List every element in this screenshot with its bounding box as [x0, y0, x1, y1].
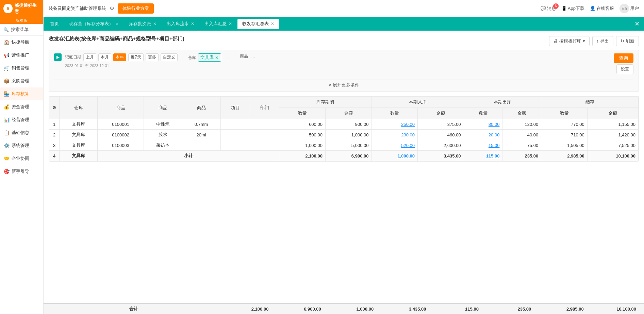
- user-menu[interactable]: Ea 用户: [620, 4, 639, 13]
- sidebar-item-basic[interactable]: 📋 基础信息: [0, 126, 43, 139]
- sidebar-item-label: 资金管理: [12, 104, 29, 110]
- row-balance-amt: 1,155.00: [587, 119, 638, 130]
- tab-stock-dist[interactable]: 现存量（库存分布表） ✕: [64, 19, 123, 29]
- subtotal-out-qty[interactable]: 115.00: [464, 151, 502, 161]
- search-label: 搜索菜单: [11, 27, 29, 33]
- topbar-settings-icon[interactable]: ⚙: [110, 5, 114, 12]
- data-table-container: ⚙ 仓库 商品 商品 商品 项目 部门 库存期初 本期入库 本期出库 结存 数量: [49, 96, 639, 162]
- th-in-qty: 数量: [371, 108, 418, 119]
- table-row: 2 文具库 0100002 胶水 20ml 500.00 1,000.00 23…: [49, 130, 639, 140]
- guide-icon: 🎯: [3, 168, 10, 175]
- tab-home[interactable]: 首页: [45, 19, 64, 29]
- row-balance-qty: 710.00: [541, 130, 588, 140]
- goods-more-dots[interactable]: ...: [250, 54, 257, 59]
- date-btn-this-month[interactable]: 本月: [98, 53, 111, 61]
- sidebar-item-finance[interactable]: 💰 资金管理: [0, 100, 43, 113]
- row-out-amt: 40.00: [502, 130, 541, 140]
- tab-inout-summary[interactable]: 出入库汇总 ✕: [200, 19, 237, 29]
- row-out-qty-link[interactable]: 20.00: [464, 130, 502, 140]
- sidebar-item-purchase[interactable]: 📦 采购管理: [0, 75, 43, 87]
- total-in-amt: 3,435.00: [376, 307, 429, 312]
- operation-icon: 📊: [3, 117, 10, 123]
- sidebar-item-operation[interactable]: 📊 经营管理: [0, 113, 43, 126]
- sidebar-item-guide[interactable]: 🎯 新手引导: [0, 165, 43, 178]
- notification-btn[interactable]: 💬 6 消息: [541, 5, 556, 12]
- filter-collapse-btn[interactable]: ▶: [54, 53, 62, 61]
- close-all-tabs-btn[interactable]: ✕: [632, 20, 642, 28]
- th-opening-amt: 金额: [325, 108, 371, 119]
- row-project: [220, 140, 250, 151]
- total-balance-qty: 2,985.00: [534, 307, 586, 312]
- table-row: 1 文具库 0100001 中性笔 0.7mm 600.00 900.00 25…: [49, 119, 639, 130]
- row-balance-amt: 7,525.00: [587, 140, 638, 151]
- tab-inout-flow[interactable]: 出入库流水 ✕: [162, 19, 199, 29]
- subtotal-opening-amt: 6,900.00: [325, 151, 371, 161]
- tab-close-icon[interactable]: ✕: [191, 21, 194, 26]
- row-in-qty-link[interactable]: 250.00: [371, 119, 418, 130]
- tab-close-icon[interactable]: ✕: [229, 21, 232, 26]
- sidebar-item-label: 快捷导航: [12, 39, 29, 45]
- row-goods-code: 0100002: [98, 130, 144, 140]
- row-out-qty-link[interactable]: 15.00: [464, 140, 502, 151]
- settings-button[interactable]: 设置: [616, 64, 633, 74]
- subtotal-balance-qty: 2,985.00: [541, 151, 588, 161]
- experience-btn[interactable]: 体验行业方案: [118, 3, 154, 14]
- date-btn-custom[interactable]: 自定义: [161, 53, 178, 61]
- tab-close-icon[interactable]: ✕: [115, 21, 119, 26]
- row-opening-amt: 1,000.00: [325, 130, 371, 140]
- sidebar-item-marketing[interactable]: 📢 营销推广: [0, 49, 43, 62]
- home-icon: 🏠: [3, 39, 10, 45]
- subtotal-in-qty[interactable]: 1,000.00: [371, 151, 418, 161]
- row-index: 2: [49, 130, 60, 140]
- th-settings[interactable]: ⚙: [49, 97, 60, 119]
- sidebar-item-enterprise[interactable]: 🤝 企业协同: [0, 152, 43, 165]
- query-button[interactable]: 查询: [614, 53, 633, 63]
- row-dept: [250, 140, 279, 151]
- row-out-qty-link[interactable]: 80.00: [464, 119, 502, 130]
- date-btn-7days[interactable]: 近7天: [128, 53, 144, 61]
- table-row: 3 文具库 0100003 采访本 1,000.00 5,000.00 520.…: [49, 140, 639, 151]
- th-balance-amt: 金额: [587, 108, 638, 119]
- th-goods-name: 商品: [144, 97, 182, 119]
- app-download-btn[interactable]: 📱 App下载: [561, 5, 584, 12]
- tab-close-active-icon[interactable]: ✕: [271, 21, 274, 26]
- tab-receive-summary[interactable]: 收发存汇总表 ✕: [237, 19, 279, 29]
- app-edition: 标准版: [0, 17, 43, 24]
- warehouse-more-dots[interactable]: ...: [223, 55, 230, 60]
- warehouse-tag-close[interactable]: ✕: [215, 55, 219, 60]
- tab-batch[interactable]: 库存批次账 ✕: [124, 19, 161, 29]
- date-btn-this-year[interactable]: 本年: [113, 53, 126, 61]
- export-btn[interactable]: ↑ 导出: [592, 36, 614, 46]
- user-label: 用户: [630, 5, 639, 12]
- goods-filter: 商品 ...: [240, 53, 257, 59]
- tab-receive-summary-label: 收发存汇总表: [242, 21, 269, 27]
- th-dept: 部门: [250, 97, 279, 119]
- warehouse-tag[interactable]: 文具库 ✕: [198, 53, 221, 62]
- notification-icon: 💬: [541, 6, 546, 11]
- row-in-qty-link[interactable]: 230.00: [371, 130, 418, 140]
- row-goods-name: 胶水: [144, 130, 182, 140]
- print-btn[interactable]: 🖨 按模板打印 ▾: [549, 36, 590, 46]
- sidebar: 6 畅捷通好生意 标准版 🔍 搜索菜单 🏠 快捷导航 📢 营销推广 🛒 销售管理…: [0, 0, 44, 314]
- subtotal-out-amt: 235.00: [502, 151, 541, 161]
- row-in-amt: 2,600.00: [418, 140, 464, 151]
- row-in-amt: 460.00: [418, 130, 464, 140]
- subtotal-opening-qty: 2,100.00: [279, 151, 326, 161]
- row-project: [220, 130, 250, 140]
- sidebar-search[interactable]: 🔍 搜索菜单: [0, 24, 43, 36]
- online-service-btn[interactable]: 👤 在线客服: [590, 5, 614, 12]
- expand-more-btn[interactable]: ∨ 展开更多条件: [328, 83, 359, 87]
- th-project: 项目: [220, 97, 250, 119]
- sidebar-item-inventory[interactable]: 🏪 库存核算: [0, 87, 43, 100]
- sidebar-item-system[interactable]: ⚙️ 系统管理: [0, 139, 43, 152]
- warehouse-tag-text: 文具库: [200, 54, 214, 61]
- refresh-btn[interactable]: ↻ 刷新: [616, 36, 639, 46]
- printer-icon: 🖨: [554, 38, 558, 44]
- sidebar-item-sales[interactable]: 🛒 销售管理: [0, 62, 43, 75]
- app-logo: 6 畅捷通好生意: [0, 0, 43, 17]
- row-in-qty-link[interactable]: 520.00: [371, 140, 418, 151]
- sidebar-item-quick[interactable]: 🏠 快捷导航: [0, 36, 43, 49]
- date-btn-more[interactable]: 更多: [146, 53, 159, 61]
- date-btn-last-month[interactable]: 上月: [83, 53, 96, 61]
- tab-close-icon[interactable]: ✕: [153, 21, 156, 26]
